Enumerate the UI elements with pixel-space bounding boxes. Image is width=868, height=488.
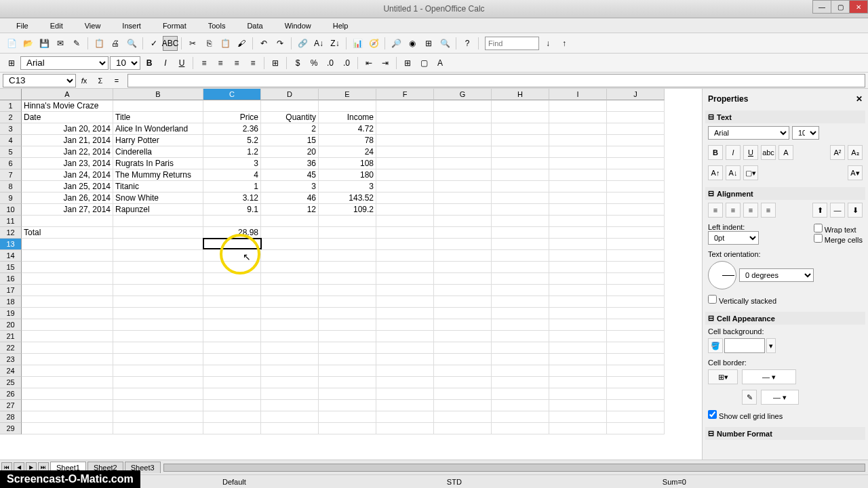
col-header-B[interactable]: B bbox=[113, 89, 203, 100]
col-header-H[interactable]: H bbox=[492, 89, 549, 100]
col-header-A[interactable]: A bbox=[22, 89, 113, 100]
align-justify-btn[interactable]: ≡ bbox=[761, 203, 776, 218]
orientation-select[interactable]: 0 degrees bbox=[739, 268, 814, 282]
cell-A8[interactable]: Jan 25, 2014 bbox=[22, 181, 113, 192]
copy-icon[interactable]: ⎘ bbox=[201, 36, 216, 51]
function-wizard-icon[interactable]: fx bbox=[77, 74, 91, 87]
cell-D20[interactable] bbox=[261, 319, 319, 331]
equals-icon[interactable]: = bbox=[110, 74, 123, 87]
cell-E4[interactable]: 78 bbox=[319, 135, 376, 146]
cell-G9[interactable] bbox=[434, 192, 492, 204]
row-header-15[interactable]: 15 bbox=[0, 262, 22, 273]
cell-J3[interactable] bbox=[607, 123, 665, 135]
cell-A11[interactable] bbox=[22, 216, 113, 227]
cell-E12[interactable] bbox=[319, 227, 376, 239]
preview-icon[interactable]: 🔍 bbox=[124, 36, 139, 51]
cell-G29[interactable] bbox=[434, 423, 492, 434]
cell-G10[interactable] bbox=[434, 204, 492, 216]
cell-G2[interactable] bbox=[434, 112, 492, 123]
gallery-icon[interactable]: 🔍 bbox=[437, 36, 452, 51]
cell-reference[interactable]: C13 bbox=[3, 74, 76, 87]
cell-F13[interactable] bbox=[376, 239, 434, 250]
cell-G3[interactable] bbox=[434, 123, 492, 135]
cell-A19[interactable] bbox=[22, 308, 113, 319]
cell-F2[interactable] bbox=[376, 112, 434, 123]
row-header-16[interactable]: 16 bbox=[0, 273, 22, 285]
cell-C13[interactable] bbox=[203, 238, 262, 249]
cell-C28[interactable] bbox=[203, 411, 261, 423]
cell-H28[interactable] bbox=[492, 411, 549, 423]
cell-A26[interactable] bbox=[22, 388, 113, 400]
row-header-6[interactable]: 6 bbox=[0, 158, 22, 169]
menu-edit[interactable]: Edit bbox=[39, 22, 74, 30]
cell-G5[interactable] bbox=[434, 146, 492, 158]
cell-F23[interactable] bbox=[376, 354, 434, 365]
cell-F15[interactable] bbox=[376, 262, 434, 273]
cell-C7[interactable]: 4 bbox=[203, 169, 261, 181]
sidebar-super-icon[interactable]: A² bbox=[830, 145, 845, 160]
border-color-icon[interactable]: ✎ bbox=[742, 390, 757, 405]
cell-F19[interactable] bbox=[376, 308, 434, 319]
cell-F7[interactable] bbox=[376, 169, 434, 181]
col-header-C[interactable]: C bbox=[203, 89, 261, 100]
cell-E17[interactable] bbox=[319, 285, 376, 296]
sidebar-size-select[interactable]: 10 bbox=[792, 126, 819, 140]
cell-H1[interactable] bbox=[492, 100, 549, 112]
cell-A15[interactable] bbox=[22, 262, 113, 273]
cell-G26[interactable] bbox=[434, 388, 492, 400]
cell-C8[interactable]: 1 bbox=[203, 181, 261, 192]
cell-A20[interactable] bbox=[22, 319, 113, 331]
cell-A24[interactable] bbox=[22, 365, 113, 377]
cell-I22[interactable] bbox=[549, 342, 607, 354]
cell-G14[interactable] bbox=[434, 250, 492, 262]
cell-I27[interactable] bbox=[549, 400, 607, 411]
cell-B19[interactable] bbox=[113, 308, 203, 319]
cell-B14[interactable] bbox=[113, 250, 203, 262]
cell-C23[interactable] bbox=[203, 354, 261, 365]
cell-A12[interactable]: Total bbox=[22, 227, 113, 239]
sidebar-highlight-icon[interactable]: ▢▾ bbox=[743, 165, 758, 180]
justify-icon[interactable]: ≡ bbox=[245, 56, 260, 70]
sidebar-bold-icon[interactable]: B bbox=[708, 145, 723, 160]
cell-I14[interactable] bbox=[549, 250, 607, 262]
cell-H23[interactable] bbox=[492, 354, 549, 365]
edit-icon[interactable]: ✎ bbox=[69, 36, 84, 51]
cell-C16[interactable] bbox=[203, 273, 261, 285]
cell-D13[interactable] bbox=[261, 239, 319, 250]
cell-G23[interactable] bbox=[434, 354, 492, 365]
font-size-select[interactable]: 10 bbox=[110, 56, 140, 70]
cell-I18[interactable] bbox=[549, 296, 607, 308]
cell-F25[interactable] bbox=[376, 377, 434, 388]
cell-F26[interactable] bbox=[376, 388, 434, 400]
cell-G17[interactable] bbox=[434, 285, 492, 296]
cell-B8[interactable]: Titanic bbox=[113, 181, 203, 192]
merge-cells-checkbox[interactable] bbox=[814, 234, 823, 243]
cell-C9[interactable]: 3.12 bbox=[203, 192, 261, 204]
cell-H14[interactable] bbox=[492, 250, 549, 262]
cell-C22[interactable] bbox=[203, 342, 261, 354]
menu-data[interactable]: Data bbox=[236, 22, 273, 30]
cell-I26[interactable] bbox=[549, 388, 607, 400]
new-doc-icon[interactable]: 📄 bbox=[4, 36, 19, 51]
open-icon[interactable]: 📂 bbox=[20, 36, 35, 51]
valign-bot-btn[interactable]: ⬇ bbox=[848, 203, 863, 218]
cell-A4[interactable]: Jan 21, 2014 bbox=[22, 135, 113, 146]
cell-D5[interactable]: 20 bbox=[261, 146, 319, 158]
cell-H12[interactable] bbox=[492, 227, 549, 239]
cell-H6[interactable] bbox=[492, 158, 549, 169]
cell-E27[interactable] bbox=[319, 400, 376, 411]
left-indent-input[interactable]: 0pt bbox=[708, 231, 759, 245]
sidebar-fontcolor-icon[interactable]: A▾ bbox=[848, 165, 863, 180]
menu-view[interactable]: View bbox=[74, 22, 112, 30]
remove-decimal-icon[interactable]: .0 bbox=[339, 56, 354, 70]
cell-D25[interactable] bbox=[261, 377, 319, 388]
cell-G11[interactable] bbox=[434, 216, 492, 227]
cell-F6[interactable] bbox=[376, 158, 434, 169]
cell-G27[interactable] bbox=[434, 400, 492, 411]
cell-I1[interactable] bbox=[549, 100, 607, 112]
cell-D27[interactable] bbox=[261, 400, 319, 411]
cell-J19[interactable] bbox=[607, 308, 665, 319]
cell-J14[interactable] bbox=[607, 250, 665, 262]
font-color-icon[interactable]: A bbox=[433, 56, 448, 70]
row-header-21[interactable]: 21 bbox=[0, 331, 22, 342]
